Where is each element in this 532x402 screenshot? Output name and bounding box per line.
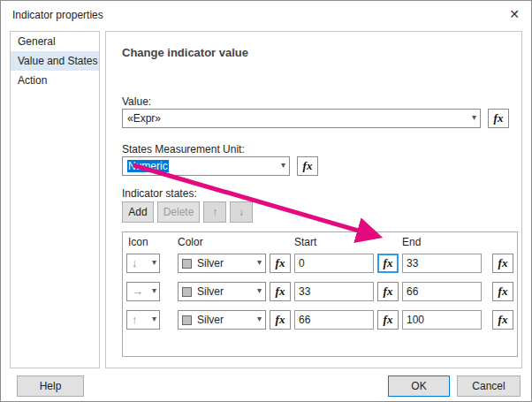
page-title: Change indicator value bbox=[122, 46, 248, 59]
color-expression-fx-button[interactable]: fx bbox=[270, 254, 291, 273]
icon-dropdown[interactable]: → ▾ bbox=[126, 282, 160, 301]
unit-expression-fx-button[interactable]: fx bbox=[297, 156, 318, 176]
table-row: ↓ ▾ Silver ▾ fx fx fx bbox=[123, 254, 517, 273]
table-row: → ▾ Silver ▾ fx fx fx bbox=[123, 282, 517, 301]
end-value-input[interactable] bbox=[402, 310, 482, 330]
chevron-down-icon: ▾ bbox=[152, 285, 156, 295]
start-value-input[interactable] bbox=[294, 282, 374, 301]
end-expression-fx-button[interactable]: fx bbox=[492, 282, 513, 301]
chevron-down-icon: ▾ bbox=[257, 314, 262, 323]
value-label: Value: bbox=[122, 95, 151, 108]
color-name: Silver bbox=[197, 314, 224, 326]
indicator-states-label: Indicator states: bbox=[122, 187, 197, 200]
unit-combobox[interactable]: Numeric ▾ bbox=[122, 156, 290, 176]
table-row: ↑ ▾ Silver ▾ fx fx fx bbox=[123, 310, 517, 330]
color-swatch bbox=[182, 315, 192, 325]
indicator-states-table: Icon Color Start End ↓ ▾ Silver ▾ fx fx bbox=[122, 231, 518, 357]
color-name: Silver bbox=[197, 285, 224, 298]
up-arrow-icon: ↑ bbox=[212, 206, 217, 218]
color-dropdown[interactable]: Silver ▾ bbox=[178, 254, 266, 273]
icon-dropdown[interactable]: ↑ ▾ bbox=[126, 310, 160, 330]
color-expression-fx-button[interactable]: fx bbox=[270, 282, 291, 301]
chevron-down-icon: ▾ bbox=[152, 257, 156, 267]
end-expression-fx-button[interactable]: fx bbox=[492, 254, 513, 273]
value-combobox-text: «Expr» bbox=[127, 112, 464, 125]
color-swatch bbox=[182, 259, 192, 269]
chevron-down-icon: ▾ bbox=[152, 314, 156, 323]
chevron-down-icon: ▾ bbox=[257, 257, 262, 267]
color-dropdown[interactable]: Silver ▾ bbox=[178, 282, 266, 301]
chevron-down-icon: ▾ bbox=[257, 285, 262, 295]
chevron-down-icon: ▾ bbox=[472, 112, 476, 122]
column-header-color: Color bbox=[178, 236, 203, 248]
end-expression-fx-button[interactable]: fx bbox=[492, 310, 513, 330]
sidebar-item-general[interactable]: General bbox=[11, 32, 99, 51]
move-down-button[interactable]: ↓ bbox=[230, 201, 253, 223]
color-swatch bbox=[182, 287, 192, 297]
up-arrow-icon: ↑ bbox=[132, 313, 138, 326]
start-expression-fx-button[interactable]: fx bbox=[377, 254, 399, 273]
start-value-input[interactable] bbox=[294, 254, 374, 273]
column-header-end: End bbox=[402, 236, 421, 248]
right-arrow-icon: → bbox=[132, 284, 143, 298]
sidebar-item-action[interactable]: Action bbox=[11, 71, 99, 90]
column-header-icon: Icon bbox=[128, 236, 148, 248]
column-header-start: Start bbox=[294, 236, 316, 248]
main-panel: Change indicator value Value: «Expr» ▾ f… bbox=[105, 31, 522, 368]
color-name: Silver bbox=[197, 257, 224, 269]
indicator-properties-dialog: Indicator properties ✕ General Value and… bbox=[0, 0, 532, 402]
close-icon[interactable]: ✕ bbox=[509, 7, 520, 21]
delete-button[interactable]: Delete bbox=[157, 201, 200, 223]
ok-button[interactable]: OK bbox=[388, 375, 450, 397]
sidebar: General Value and States Action bbox=[10, 31, 100, 368]
value-expression-fx-button[interactable]: fx bbox=[488, 109, 509, 128]
unit-selected-text: Numeric bbox=[127, 160, 169, 172]
help-button[interactable]: Help bbox=[17, 375, 84, 397]
down-arrow-icon: ↓ bbox=[132, 256, 138, 269]
add-button[interactable]: Add bbox=[122, 201, 154, 223]
unit-combobox-text: Numeric bbox=[127, 160, 273, 172]
start-expression-fx-button[interactable]: fx bbox=[377, 310, 399, 330]
titlebar: Indicator properties ✕ bbox=[1, 1, 531, 27]
color-dropdown[interactable]: Silver ▾ bbox=[178, 310, 266, 330]
start-value-input[interactable] bbox=[294, 310, 374, 330]
value-combobox[interactable]: «Expr» ▾ bbox=[122, 109, 481, 128]
move-up-button[interactable]: ↑ bbox=[203, 201, 226, 223]
sidebar-item-value-and-states[interactable]: Value and States bbox=[11, 51, 99, 71]
cancel-button[interactable]: Cancel bbox=[457, 375, 521, 397]
icon-dropdown[interactable]: ↓ ▾ bbox=[126, 254, 160, 273]
down-arrow-icon: ↓ bbox=[239, 206, 244, 218]
color-expression-fx-button[interactable]: fx bbox=[270, 310, 291, 330]
end-value-input[interactable] bbox=[402, 254, 482, 273]
end-value-input[interactable] bbox=[402, 282, 482, 301]
chevron-down-icon: ▾ bbox=[281, 160, 285, 170]
unit-label: States Measurement Unit: bbox=[122, 143, 245, 155]
dialog-title: Indicator properties bbox=[12, 9, 103, 21]
start-expression-fx-button[interactable]: fx bbox=[377, 282, 399, 301]
